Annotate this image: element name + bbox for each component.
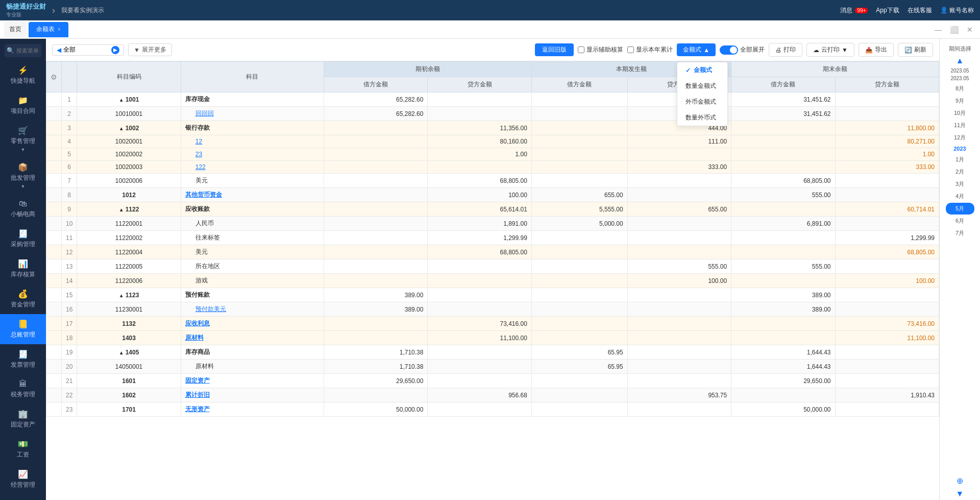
sidebar-item-xcsales[interactable]: 💸 小畅报销: [0, 494, 46, 500]
row-config: [46, 202, 62, 217]
row-pa-debit: [531, 148, 627, 161]
collapse-icon[interactable]: ▲: [119, 207, 124, 212]
sidebar-item-invoice[interactable]: 🧾 发票管理: [0, 344, 46, 374]
sidebar-item-wholesale[interactable]: 📦 批发管理 ▼: [0, 157, 46, 194]
row-name[interactable]: 固定资产: [181, 374, 324, 388]
period-month-9[interactable]: 9月: [946, 95, 974, 107]
cloud-print-btn[interactable]: ☁ 云打印 ▼: [806, 43, 854, 57]
account-search-box[interactable]: ◀ ▶: [52, 44, 124, 56]
app-download-btn[interactable]: App下载: [876, 6, 899, 15]
toggle-control[interactable]: [720, 45, 738, 55]
period-month-10[interactable]: 10月: [946, 107, 974, 119]
row-name[interactable]: 23: [181, 148, 324, 161]
dropdown-item-foreign-amount[interactable]: 外币金额式: [677, 94, 727, 110]
row-ob-credit: 1,891.00: [428, 217, 531, 231]
aux-check-input[interactable]: [578, 46, 584, 53]
row-name[interactable]: 应收利息: [181, 317, 324, 331]
table-row: 1311220005所在地区555.00555.00: [46, 259, 939, 274]
row-pa-credit: 555.00: [627, 259, 731, 274]
settings-icon[interactable]: ⚙: [51, 73, 57, 81]
export-btn[interactable]: 📤 导出: [859, 43, 894, 57]
message-btn[interactable]: 消息 99+: [840, 6, 868, 15]
row-cb-credit: [835, 217, 939, 231]
search-left-arrow[interactable]: ◀: [57, 46, 61, 54]
search-right-arrow[interactable]: ▶: [111, 46, 119, 54]
row-cb-credit: [835, 360, 939, 374]
dropdown-item-qty-foreign[interactable]: 数量外币式: [677, 110, 727, 126]
period-expand-icon[interactable]: ⊕: [954, 474, 965, 488]
assets-icon: 🏢: [18, 409, 28, 419]
period-month-11[interactable]: 11月: [946, 120, 974, 131]
win-close-btn[interactable]: ✕: [964, 25, 976, 35]
period-month-4[interactable]: 4月: [946, 191, 974, 202]
table-row: 1611230001预付款美元389.00389.00: [46, 302, 939, 317]
period-month-6[interactable]: 6月: [946, 215, 974, 227]
collapse-icon[interactable]: ▲: [119, 350, 124, 355]
row-name[interactable]: 122: [181, 161, 324, 174]
row-pa-debit: [531, 374, 627, 388]
collapse-icon[interactable]: ▲: [119, 97, 124, 103]
period-month-12[interactable]: 12月: [946, 132, 974, 144]
period-month-3[interactable]: 3月: [946, 178, 974, 190]
period-month-7[interactable]: 7月: [946, 227, 974, 239]
sidebar-item-label: 小畅电商: [11, 210, 35, 219]
dropdown-item-amount[interactable]: ✓ 金额式: [677, 62, 727, 78]
period-month-1[interactable]: 1月: [946, 154, 974, 165]
aux-check-item[interactable]: 显示辅助核算: [578, 45, 623, 54]
refresh-btn[interactable]: 🔄 刷新: [898, 43, 933, 57]
period-month-5[interactable]: 5月: [946, 203, 974, 215]
account-search-input[interactable]: [63, 46, 109, 54]
expand-all-toggle[interactable]: 全部展开: [720, 45, 765, 55]
row-name[interactable]: 回回回: [181, 107, 324, 121]
print-btn[interactable]: 🖨 打印: [769, 43, 802, 57]
row-pa-debit: [531, 331, 627, 345]
dropdown-item-qty-amount[interactable]: 数量金额式: [677, 78, 727, 94]
online-service-btn[interactable]: 在线客服: [908, 6, 932, 15]
win-maximize-btn[interactable]: ⬜: [947, 25, 962, 35]
amount-type-dropdown-btn[interactable]: 金额式 ▲: [677, 43, 716, 56]
ytd-check-input[interactable]: [627, 46, 634, 53]
sidebar-item-tax[interactable]: 🏛 税务管理: [0, 374, 46, 404]
sidebar-item-ecommerce[interactable]: 🛍 小畅电商: [0, 194, 46, 224]
sidebar-item-ledger[interactable]: 📒 总账管理: [0, 314, 46, 344]
row-name[interactable]: 预付款美元: [181, 302, 324, 317]
sidebar-item-inventory[interactable]: 📊 库存核算: [0, 254, 46, 284]
period-month-2[interactable]: 2月: [946, 166, 974, 178]
row-name[interactable]: 其他货币资金: [181, 188, 324, 202]
sidebar-item-quicknav[interactable]: ⚡ 快捷导航: [0, 60, 46, 90]
sidebar-item-assets[interactable]: 🏢 固定资产: [0, 404, 46, 434]
period-next-arrow[interactable]: ▼: [954, 488, 966, 500]
row-config: [46, 360, 62, 374]
table-row: 210010001回回回65,282.6033,830.9831,451.62: [46, 107, 939, 121]
row-name[interactable]: 累计折旧: [181, 388, 324, 402]
tab-balance-sheet[interactable]: 余额表 ×: [29, 22, 68, 37]
period-month-8[interactable]: 8月: [946, 83, 974, 94]
collapse-icon[interactable]: ▲: [119, 293, 124, 298]
row-config: [46, 317, 62, 331]
sidebar-item-capital[interactable]: 💰 资金管理: [0, 284, 46, 314]
row-name[interactable]: 12: [181, 135, 324, 148]
demo-link[interactable]: 我要看实例演示: [61, 6, 104, 15]
row-name[interactable]: 原材料: [181, 331, 324, 345]
sidebar-search-box[interactable]: 🔍: [5, 44, 41, 57]
sidebar-item-operations[interactable]: 📈 经营管理: [0, 464, 46, 494]
win-minimize-btn[interactable]: —: [932, 25, 945, 35]
ytd-check-item[interactable]: 显示本年累计: [627, 45, 673, 54]
row-name[interactable]: 无形资产: [181, 402, 324, 417]
sidebar-item-salary[interactable]: 💵 工资: [0, 434, 46, 464]
expand-more-btn[interactable]: ▼ 展开更多: [128, 43, 172, 56]
sidebar-item-retail[interactable]: 🛒 零售管理 ▼: [0, 121, 46, 157]
sidebar-item-purchase[interactable]: 🧾 采购管理: [0, 224, 46, 254]
tab-close-btn[interactable]: ×: [58, 27, 61, 32]
period-prev-arrow[interactable]: ▲: [954, 55, 966, 67]
collapse-icon[interactable]: ▲: [119, 126, 124, 131]
row-pa-credit: [627, 231, 731, 245]
return-old-btn[interactable]: 返回旧版: [535, 43, 574, 56]
row-pa-credit: [627, 402, 731, 417]
logo-divider: ›: [52, 5, 55, 16]
sidebar-item-project[interactable]: 📁 项目合同: [0, 90, 46, 121]
tab-home[interactable]: 首页: [4, 22, 27, 37]
sidebar-search-input[interactable]: [16, 47, 46, 54]
row-pa-debit: [531, 135, 627, 148]
avatar[interactable]: 👤 账号名称: [940, 6, 974, 15]
